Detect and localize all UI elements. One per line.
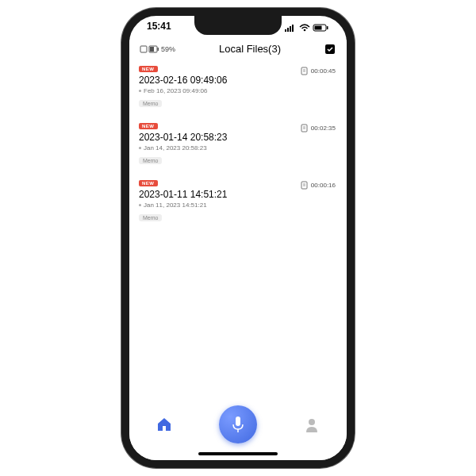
svg-rect-19: [301, 182, 307, 189]
svg-rect-1: [287, 28, 289, 32]
checklist-icon: [324, 44, 336, 55]
svg-rect-22: [236, 416, 240, 426]
mic-icon: [230, 415, 246, 434]
item-duration: 00:02:35: [301, 125, 336, 132]
battery-pct-small: 59%: [161, 45, 175, 53]
battery-small-icon: [149, 46, 159, 52]
item-subtitle: Jan 11, 2023 14:51:21: [139, 202, 337, 209]
clock-dot-icon: [139, 90, 141, 92]
item-subtitle: Feb 16, 2023 09:49:06: [139, 87, 337, 94]
memo-tag: Memo: [139, 100, 162, 107]
svg-rect-6: [315, 26, 322, 30]
svg-rect-7: [327, 26, 328, 29]
item-title: 2023-01-14 20:58:23: [139, 132, 337, 143]
person-icon: [304, 416, 320, 432]
status-time: 15:41: [147, 21, 171, 36]
svg-rect-16: [301, 125, 307, 132]
svg-point-24: [309, 419, 315, 425]
home-icon: [156, 416, 172, 432]
record-button[interactable]: [219, 405, 257, 443]
new-badge: NEW: [139, 123, 158, 129]
svg-rect-11: [158, 48, 159, 51]
new-badge: NEW: [139, 66, 158, 72]
device-status-small: 59%: [140, 45, 175, 53]
device-notch: [194, 16, 282, 35]
profile-tab[interactable]: [296, 416, 328, 432]
file-icon: [301, 182, 308, 189]
item-subtitle: Jan 14, 2023 20:58:23: [139, 144, 337, 152]
svg-rect-8: [140, 46, 147, 52]
home-indicator[interactable]: [198, 452, 278, 455]
file-icon: [301, 125, 308, 132]
home-tab[interactable]: [148, 416, 180, 432]
sd-card-icon: [140, 46, 147, 52]
clock-dot-icon: [139, 147, 141, 149]
page-title: Local Files(3): [219, 43, 281, 55]
multi-select-button[interactable]: [324, 44, 336, 55]
battery-icon: [313, 23, 329, 34]
svg-rect-13: [301, 67, 307, 75]
file-icon: [301, 67, 308, 75]
svg-rect-2: [290, 26, 291, 32]
app-header: 59% Local Files(3): [129, 40, 347, 56]
item-title: 2023-01-11 14:51:21: [139, 189, 337, 200]
svg-rect-10: [150, 47, 154, 52]
svg-rect-3: [292, 25, 294, 32]
item-duration: 00:00:45: [301, 67, 336, 75]
app-content: 59% Local Files(3) NEW 2023-02-16 09:49:…: [129, 40, 347, 460]
new-badge: NEW: [139, 180, 158, 186]
item-title: 2023-02-16 09:49:06: [139, 75, 337, 86]
file-list[interactable]: NEW 2023-02-16 09:49:06 Feb 16, 2023 09:…: [129, 56, 347, 397]
list-item[interactable]: NEW 2023-01-11 14:51:21 Jan 11, 2023 14:…: [137, 171, 339, 228]
bottom-nav: [129, 397, 347, 460]
svg-rect-0: [285, 29, 286, 32]
phone-frame: 15:41 59% Local Files(3): [121, 8, 355, 468]
clock-dot-icon: [139, 204, 141, 206]
list-item[interactable]: NEW 2023-01-14 20:58:23 Jan 14, 2023 20:…: [137, 113, 339, 171]
svg-point-4: [304, 29, 306, 32]
list-item[interactable]: NEW 2023-02-16 09:49:06 Feb 16, 2023 09:…: [137, 56, 339, 113]
signal-icon: [285, 23, 296, 34]
memo-tag: Memo: [139, 157, 162, 164]
item-duration: 00:00:16: [301, 182, 336, 189]
wifi-icon: [299, 23, 310, 34]
memo-tag: Memo: [139, 214, 162, 221]
